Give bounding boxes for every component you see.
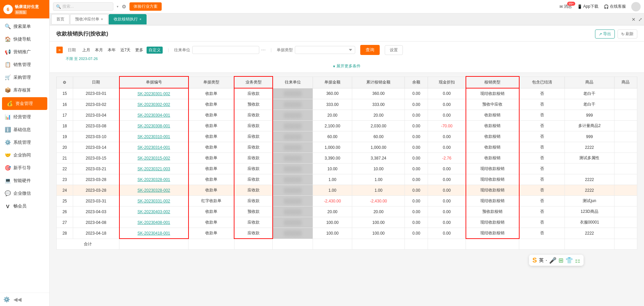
row-included: 否	[519, 153, 565, 164]
row-doc-no[interactable]: SK-20230302-002	[119, 99, 189, 110]
tab-prepay[interactable]: 预收冲应付单 ×	[70, 14, 108, 24]
doc-no-link[interactable]: SK-20230314-001	[138, 145, 170, 150]
doc-no-link[interactable]: SK-20230321-003	[138, 167, 170, 171]
sidebar-item-wechat[interactable]: 💬 企业微信	[0, 187, 49, 200]
doc-no-link[interactable]: SK-20230331-002	[138, 199, 170, 203]
doc-no-link[interactable]: SK-20230418-001	[138, 231, 170, 236]
topbar-search[interactable]: 🔍 搜索...	[53, 2, 113, 11]
collapse-icon[interactable]: ◀◀	[13, 296, 21, 303]
col-doc-type: 单据类型	[189, 76, 234, 88]
app-download-button[interactable]: 📱 App下载	[577, 4, 598, 9]
row-balance: 0.00	[405, 142, 428, 153]
row-biz-type: 应收款	[234, 142, 273, 153]
row-doc-no[interactable]: SK-20230403-002	[119, 206, 189, 217]
sidebar-item-operations[interactable]: 📊 经营管理	[0, 111, 49, 123]
expand-filter-button[interactable]: ▾ 展开更多条件	[56, 63, 637, 69]
dropdown-chevron[interactable]: ▾	[117, 5, 118, 8]
tab-maximize-icon[interactable]: ⤢	[638, 17, 642, 22]
row-doc-no[interactable]: SK-20230321-003	[119, 164, 189, 174]
doc-no-link[interactable]: SK-20230301-002	[138, 91, 170, 96]
doc-no-link[interactable]: SK-20230315-002	[138, 156, 170, 161]
row-doc-no[interactable]: SK-20230310-001	[119, 131, 189, 142]
settings-bottom-icon[interactable]: ⚙️	[3, 296, 10, 303]
row-cancel-type: 收款核销	[466, 110, 519, 121]
row-balance: 0.00	[405, 99, 428, 110]
sidebar-item-guide[interactable]: 🎯 新手引导	[0, 162, 49, 174]
row-doc-no[interactable]: SK-20230418-001	[119, 228, 189, 239]
partner-input[interactable]	[192, 46, 259, 54]
tab-home[interactable]: 首页	[51, 14, 69, 24]
doc-no-link[interactable]: SK-20230310-001	[138, 134, 170, 139]
tab-collection[interactable]: 收款核销执行 ×	[109, 14, 147, 24]
sidebar-item-basic[interactable]: ℹ️ 基础信息	[0, 123, 49, 136]
row-doc-no[interactable]: SK-20230315-002	[119, 153, 189, 164]
row-number: 24	[57, 185, 73, 196]
tab-close-all-icon[interactable]: ✕	[632, 17, 636, 22]
tab-close-prepay[interactable]: ×	[101, 17, 103, 21]
date-custom[interactable]: 自定义	[147, 47, 163, 54]
sidebar-item-search[interactable]: 🔍 搜索菜单	[0, 20, 49, 33]
tab-close-collection[interactable]: ×	[140, 17, 142, 21]
col-settings[interactable]: ⚙	[57, 76, 73, 88]
date-this-year[interactable]: 本年	[106, 47, 117, 54]
export-button[interactable]: ↗ 导出	[595, 29, 615, 39]
solution-button[interactable]: 体验行业方案	[129, 2, 162, 11]
sidebar-item-hardware[interactable]: 💻 智能硬件	[0, 174, 49, 187]
row-doc-type: 收款单	[189, 153, 234, 164]
home-icon: 🏠	[5, 36, 11, 42]
online-service-button[interactable]: 🎧 在线客服	[604, 4, 626, 9]
sidebar-item-system[interactable]: ⚙️ 系统管理	[0, 136, 49, 149]
doc-no-link[interactable]: SK-20230408-001	[138, 220, 170, 225]
query-button[interactable]: 查询	[360, 45, 380, 55]
sidebar-item-finance[interactable]: 💰 资金管理	[2, 97, 47, 110]
doc-no-link[interactable]: SK-20230302-002	[138, 102, 170, 107]
row-doc-no[interactable]: SK-20230328-002	[119, 185, 189, 196]
doc-no-link[interactable]: SK-20230328-002	[138, 188, 170, 193]
row-doc-no[interactable]: SK-20230314-001	[119, 142, 189, 153]
partner-more-icon[interactable]: ···	[261, 47, 266, 53]
user-avatar[interactable]	[631, 2, 641, 11]
row-doc-no[interactable]: SK-20230328-001	[119, 174, 189, 185]
settings-icon[interactable]: ⚙	[122, 4, 126, 10]
row-doc-no[interactable]: SK-20230308-001	[119, 121, 189, 131]
sidebar-item-collab[interactable]: 🤝 企业协同	[0, 149, 49, 162]
row-doc-no[interactable]: SK-20230304-001	[119, 110, 189, 121]
date-last-month[interactable]: 上月	[81, 47, 92, 54]
row-product1: 老白干	[565, 88, 614, 99]
row-product1: 衣服00001	[565, 217, 614, 228]
doc-no-link[interactable]: SK-20230328-001	[138, 177, 170, 182]
doc-no-link[interactable]: SK-20230308-001	[138, 124, 170, 128]
table-container: ⚙ 日期 单据编号 单据类型 业务类型 往来单位 单据金额 累计核销金额 余额 …	[50, 73, 644, 306]
filter-toggle-button[interactable]: »	[56, 47, 63, 53]
row-doc-no[interactable]: SK-20230301-002	[119, 88, 189, 99]
sidebar-item-marketing[interactable]: 📢 营销推广	[0, 46, 49, 58]
row-doc-type: 收款单	[189, 99, 234, 110]
settings-button[interactable]: 设置	[385, 45, 403, 55]
marketing-icon: 📢	[5, 49, 11, 55]
refresh-button[interactable]: ↻ 刷新	[618, 29, 637, 39]
doc-no-link[interactable]: SK-20230403-002	[138, 209, 170, 214]
sidebar-item-sales[interactable]: 📋 销售管理	[0, 58, 49, 71]
table-row: 192023-03-10SK-20230310-001收款单应收款██████6…	[57, 131, 637, 142]
row-number: 15	[57, 88, 73, 99]
row-partner: ██████	[273, 110, 313, 121]
sidebar-item-purchase[interactable]: 🛒 采购管理	[0, 71, 49, 84]
row-product2	[614, 121, 637, 131]
sidebar-item-member[interactable]: V 畅会员	[0, 200, 49, 212]
footer-label: 合计	[57, 239, 119, 249]
sidebar-item-inventory[interactable]: 📦 库存核算	[0, 84, 49, 97]
row-partner: ██████	[273, 131, 313, 142]
doc-type-select[interactable]	[295, 46, 355, 54]
row-doc-no[interactable]: SK-20230331-002	[119, 196, 189, 206]
sidebar-item-shortcuts[interactable]: 🏠 快捷导航	[0, 33, 49, 46]
row-cancel-type: 现结收款核销	[466, 174, 519, 185]
doc-no-link[interactable]: SK-20230304-001	[138, 113, 170, 118]
guide-icon: 🎯	[5, 165, 11, 171]
row-balance: 0.00	[405, 121, 428, 131]
row-doc-no[interactable]: SK-20230408-001	[119, 217, 189, 228]
messages-button[interactable]: ✉ 消息 99+	[559, 4, 572, 9]
date-this-month[interactable]: 本月	[94, 47, 104, 54]
phone-icon: 📱	[577, 4, 582, 9]
date-more[interactable]: 更多	[134, 47, 145, 54]
date-last-7days[interactable]: 近7天	[119, 47, 132, 54]
